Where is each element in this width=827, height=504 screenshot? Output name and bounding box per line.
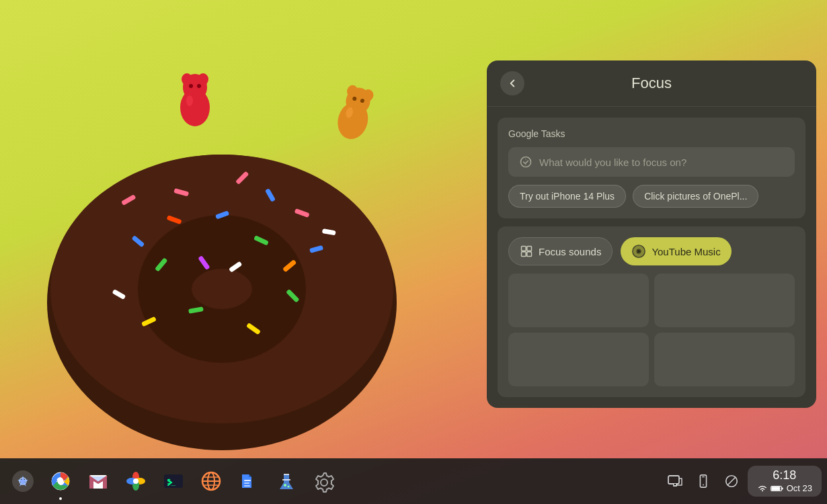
phone-button[interactable]: [691, 469, 715, 493]
tasks-section: Google Tasks What would you like to focu…: [498, 118, 805, 218]
tasks-label: Google Tasks: [508, 128, 795, 139]
task-input-placeholder: What would you like to focus on?: [539, 157, 686, 168]
svg-rect-69: [244, 485, 250, 487]
svg-rect-67: [244, 480, 251, 481]
focus-panel: Focus Google Tasks What would you like t…: [487, 60, 816, 408]
svg-point-71: [288, 486, 290, 488]
wifi-icon: [757, 485, 768, 493]
taskbar-chrome[interactable]: [43, 464, 78, 499]
focus-header: Focus: [487, 60, 816, 107]
taskbar-settings[interactable]: [307, 464, 342, 499]
taskbar-lab[interactable]: [269, 464, 304, 499]
media-tiles: [508, 274, 795, 386]
svg-rect-68: [244, 482, 249, 484]
youtube-music-button[interactable]: YouTube Music: [621, 237, 731, 265]
svg-point-59: [133, 478, 139, 484]
task-chip-2[interactable]: Click pictures of OnePl...: [633, 185, 758, 208]
task-icon: [519, 155, 533, 169]
media-tile-2[interactable]: [654, 274, 795, 327]
media-tile-1[interactable]: [508, 274, 649, 327]
focus-sounds-button[interactable]: Focus sounds: [508, 237, 613, 265]
svg-rect-73: [668, 476, 679, 484]
task-suggestions: Try out iPhone 14 Plus Click pictures of…: [508, 185, 795, 208]
taskbar-terminal[interactable]: $_: [156, 464, 191, 499]
taskbar-files[interactable]: [231, 464, 266, 499]
media-buttons: Focus sounds YouTube Music: [508, 237, 795, 265]
focus-sounds-icon: [520, 245, 533, 258]
svg-rect-80: [781, 487, 783, 489]
media-tile-4[interactable]: [654, 333, 795, 386]
svg-point-72: [321, 479, 327, 486]
svg-rect-39: [522, 247, 526, 251]
battery-icon: [771, 485, 784, 493]
svg-point-3: [165, 242, 279, 336]
screen-mirror-button[interactable]: [663, 469, 687, 493]
taskbar-photos[interactable]: [118, 464, 153, 499]
svg-point-38: [521, 157, 531, 167]
clock-area[interactable]: 6:18 Oct 23: [748, 466, 822, 496]
focus-sounds-label: Focus sounds: [539, 246, 601, 257]
svg-point-28: [189, 84, 193, 88]
media-section: Focus sounds YouTube Music: [498, 226, 805, 397]
svg-point-26: [182, 73, 192, 85]
svg-rect-40: [527, 247, 532, 251]
svg-point-27: [198, 73, 208, 85]
svg-point-75: [703, 485, 704, 486]
back-button[interactable]: [500, 71, 524, 95]
svg-line-78: [727, 478, 735, 485]
taskbar-system: 6:18 Oct 23: [663, 466, 822, 496]
taskbar-icons: $_: [5, 464, 663, 499]
taskbar-gmail[interactable]: [81, 464, 116, 499]
svg-point-70: [284, 484, 286, 487]
youtube-music-icon: [631, 244, 646, 259]
youtube-music-label: YouTube Music: [652, 246, 720, 257]
svg-point-53: [58, 478, 64, 485]
task-chip-1[interactable]: Try out iPhone 14 Plus: [508, 185, 626, 208]
svg-rect-42: [527, 252, 532, 257]
task-input[interactable]: What would you like to focus on?: [508, 147, 795, 177]
media-tile-3[interactable]: [508, 333, 649, 386]
svg-point-29: [197, 84, 201, 88]
taskbar: $_: [0, 458, 827, 504]
clock-date: Oct 23: [787, 483, 812, 494]
do-not-disturb-button[interactable]: [719, 469, 744, 493]
svg-rect-81: [771, 487, 780, 491]
focus-title: Focus: [535, 75, 768, 92]
clock-time: 6:18: [773, 468, 796, 483]
svg-rect-41: [522, 252, 526, 257]
taskbar-vpn[interactable]: [194, 464, 229, 499]
taskbar-launcher[interactable]: [5, 464, 40, 499]
svg-point-30: [186, 95, 193, 106]
